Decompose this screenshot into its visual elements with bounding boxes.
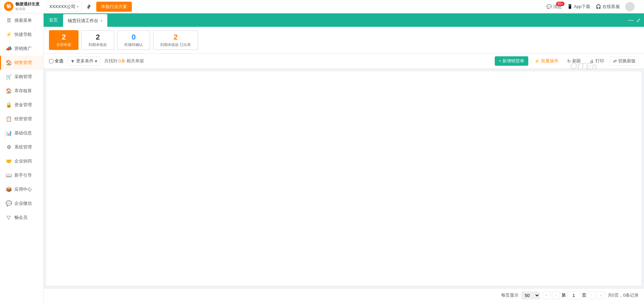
- sidebar-label-marketing: 营销推广: [14, 46, 32, 52]
- app-download-button[interactable]: 📱 App下载: [567, 4, 590, 10]
- sidebar-item-system[interactable]: ⚙ 系统管理: [0, 140, 43, 154]
- stat-label-overdue-out: 到期未收款 已出库: [160, 42, 191, 47]
- sidebar-item-basic-info[interactable]: 📊 基础信息: [0, 126, 43, 140]
- message-button[interactable]: 💬 消息 99+: [546, 4, 562, 10]
- logo-area: 畅 畅捷通好生意 标准版: [4, 2, 40, 11]
- tab-minimize-icon[interactable]: —: [628, 17, 634, 23]
- batch-label: 批量操作: [541, 58, 558, 64]
- sidebar-label-quick-nav: 快捷导航: [14, 32, 32, 38]
- tab-home[interactable]: 首页: [44, 13, 63, 27]
- add-sales-button[interactable]: + 新增销货单: [495, 56, 528, 66]
- inventory-icon: 🏠: [6, 88, 12, 94]
- download-icon: 📱: [567, 4, 573, 9]
- filter-chevron-icon: ▾: [95, 59, 97, 64]
- purchase-icon: 🛒: [6, 74, 12, 80]
- company-selector[interactable]: XXXXXX公司 ▾: [46, 2, 82, 11]
- sidebar-label-capital: 资金管理: [14, 102, 32, 108]
- stat-card-wangwang[interactable]: 0 旺辅待确认: [117, 30, 150, 50]
- first-page-button[interactable]: «: [543, 291, 551, 299]
- page-nav: « ‹ 第 页 › »: [543, 291, 605, 299]
- company-dropdown-icon: ▾: [77, 5, 78, 8]
- avatar[interactable]: [625, 2, 635, 11]
- marketing-icon: 📣: [6, 46, 12, 52]
- app-download-label: App下载: [574, 4, 590, 10]
- header-left: 畅 畅捷通好生意 标准版 XXXXXX公司 ▾ 体验行业方案: [4, 2, 132, 12]
- system-icon: ⚙: [6, 144, 12, 150]
- logo-icon: 畅: [4, 2, 13, 11]
- found-text: 共找到 0条 相关单据: [104, 58, 144, 64]
- top-header: 畅 畅捷通好生意 标准版 XXXXXX公司 ▾ 体验行业方案 💬 消息 99+ …: [0, 0, 644, 13]
- logo-text: 畅捷通好生意 标准版: [15, 2, 40, 11]
- refresh-button[interactable]: ↻ 刷新: [565, 57, 584, 65]
- switch-icon: ⇄: [613, 59, 617, 64]
- sidebar-item-purchase[interactable]: 🛒 采购管理: [0, 70, 43, 84]
- last-page-button[interactable]: »: [597, 291, 605, 299]
- filter-button[interactable]: ▼ 更多条件 ▾: [67, 56, 100, 66]
- tab-bar-actions: — ⤢: [628, 17, 644, 23]
- service-label: 在线客服: [602, 4, 620, 10]
- page-label: 第: [561, 292, 566, 298]
- tab-close-icon[interactable]: ×: [100, 18, 103, 23]
- sidebar-item-cooperation[interactable]: 🤝 企业协同: [0, 154, 43, 168]
- sidebar-label-wechat: 企业微信: [14, 200, 32, 206]
- sidebar-label-search: 搜索菜单: [14, 17, 32, 23]
- online-service-button[interactable]: 🎧 在线客服: [596, 4, 620, 10]
- stat-label-overdue: 到期未收款: [89, 42, 107, 47]
- pagination-bar: 每页显示 50 100 200 « ‹ 第 页 › » 共0页，0条记录: [44, 288, 644, 302]
- sidebar: ☰ 搜索菜单 ⚡ 快捷导航 📣 营销推广 🏠 销售管理 🛒 采购管理 🏠 库存核…: [0, 13, 44, 302]
- operation-icon: 📋: [6, 116, 12, 122]
- stat-number-overdue-out: 2: [173, 33, 177, 42]
- settings-button[interactable]: [84, 2, 94, 11]
- per-page-label: 每页显示: [501, 292, 519, 298]
- sidebar-label-operation: 经营管理: [14, 116, 32, 122]
- stat-card-overdue[interactable]: 2 到期未收款: [81, 30, 114, 50]
- refresh-label: 刷新: [572, 58, 581, 64]
- batch-operation-button[interactable]: ⚡ 批量操作: [532, 57, 561, 65]
- filter-icon: ▼: [70, 59, 75, 64]
- page-input[interactable]: [567, 291, 581, 299]
- sidebar-item-search[interactable]: ☰ 搜索菜单: [0, 13, 43, 27]
- sidebar-item-marketing[interactable]: 📣 营销推广: [0, 42, 43, 56]
- service-icon: 🎧: [596, 4, 601, 9]
- experience-button[interactable]: 体验行业方案: [96, 2, 132, 12]
- sidebar-label-sales: 销售管理: [14, 60, 32, 66]
- select-all-input[interactable]: [49, 59, 53, 63]
- filter-label: 更多条件: [76, 58, 94, 64]
- page-content: 2 全部单据 2 到期未收款 0 旺辅待确认 2 到期未收款 已出库: [44, 27, 644, 302]
- tab-work-bench[interactable]: 钱货日清工作台 ×: [63, 14, 107, 27]
- batch-icon: ⚡: [534, 59, 540, 64]
- sidebar-item-member[interactable]: ▽ 畅会员: [0, 210, 43, 225]
- print-icon: 🖨: [590, 59, 594, 64]
- sidebar-item-sales[interactable]: 🏠 销售管理: [0, 56, 43, 70]
- print-label: 打印: [595, 58, 604, 64]
- main-layout: ☰ 搜索菜单 ⚡ 快捷导航 📣 营销推广 🏠 销售管理 🛒 采购管理 🏠 库存核…: [0, 13, 644, 302]
- stat-label-all: 全部单据: [56, 42, 71, 47]
- sidebar-label-system: 系统管理: [14, 144, 32, 150]
- select-all-checkbox[interactable]: 全选: [49, 58, 63, 64]
- stat-number-all: 2: [62, 33, 66, 42]
- sidebar-item-guide[interactable]: 📖 新手引导: [0, 168, 43, 182]
- sidebar-item-inventory[interactable]: 🏠 库存核算: [0, 84, 43, 98]
- prev-page-button[interactable]: ‹: [552, 291, 560, 299]
- switch-version-button[interactable]: ⇄ 切换新版: [610, 56, 639, 66]
- print-button[interactable]: 🖨 打印: [587, 57, 607, 65]
- sidebar-label-app-center: 应用中心: [14, 186, 32, 192]
- stat-card-all[interactable]: 2 全部单据: [49, 30, 78, 50]
- sidebar-item-operation[interactable]: 📋 经营管理: [0, 112, 43, 126]
- tab-maximize-icon[interactable]: ⤢: [636, 17, 641, 23]
- logo-title: 畅捷通好生意: [15, 2, 40, 6]
- per-page-select[interactable]: 50 100 200: [521, 292, 540, 299]
- sidebar-item-app-center[interactable]: 📦 应用中心: [0, 182, 43, 196]
- sidebar-item-capital[interactable]: 🔒 资金管理: [0, 98, 43, 112]
- sidebar-item-quick-nav[interactable]: ⚡ 快捷导航: [0, 27, 43, 42]
- sidebar-item-wechat[interactable]: 💬 企业微信: [0, 196, 43, 210]
- toolbar-left: 全选 ▼ 更多条件 ▾ 共找到 0条 相关单据: [49, 56, 491, 66]
- stat-card-overdue-out[interactable]: 2 到期未收款 已出库: [153, 30, 198, 50]
- quick-nav-icon: ⚡: [6, 32, 12, 38]
- capital-icon: 🔒: [6, 102, 12, 108]
- next-page-button[interactable]: ›: [588, 291, 596, 299]
- sidebar-label-cooperation: 企业协同: [14, 158, 32, 164]
- tab-label: 钱货日清工作台: [68, 18, 98, 24]
- wechat-icon: 💬: [6, 200, 12, 206]
- content-area: 首页 钱货日清工作台 × — ⤢ 2 全部单据 2 到期未收款: [44, 13, 644, 302]
